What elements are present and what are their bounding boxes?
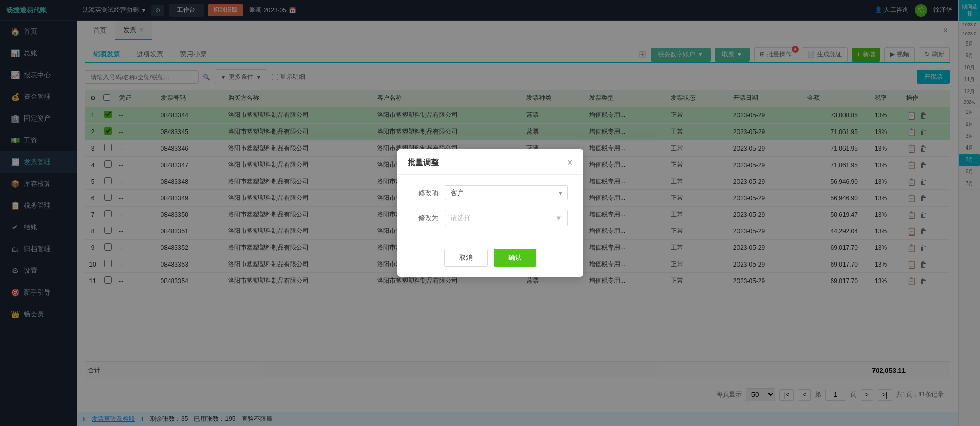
modal-close-btn[interactable]: × (567, 157, 573, 168)
value-placeholder: 请选择 (450, 213, 471, 223)
modal-footer: 取消 确认 (397, 244, 583, 277)
form-row-value: 修改为 请选择 ▼ (413, 210, 568, 226)
batch-adjust-modal: 批量调整 × 修改项 客户 购买方 ▼ 修改为 请选择 ▼ (397, 149, 583, 277)
confirm-button[interactable]: 确认 (494, 249, 536, 267)
modal-overlay[interactable]: 批量调整 × 修改项 客户 购买方 ▼ 修改为 请选择 ▼ (0, 0, 980, 426)
field-label: 修改项 (413, 188, 439, 198)
modal-body: 修改项 客户 购买方 ▼ 修改为 请选择 ▼ (397, 175, 583, 244)
value-label: 修改为 (413, 213, 439, 223)
value-select-wrapper: 请选择 ▼ (445, 210, 568, 226)
field-select[interactable]: 客户 购买方 (445, 185, 568, 200)
cancel-button[interactable]: 取消 (444, 249, 488, 267)
field-select-wrapper: 客户 购买方 ▼ (445, 185, 568, 200)
value-arrow-icon: ▼ (555, 214, 562, 222)
form-row-field: 修改项 客户 购买方 ▼ (413, 185, 568, 200)
value-select[interactable]: 请选择 ▼ (445, 210, 568, 226)
modal-header: 批量调整 × (397, 149, 583, 175)
modal-title: 批量调整 (408, 158, 439, 168)
